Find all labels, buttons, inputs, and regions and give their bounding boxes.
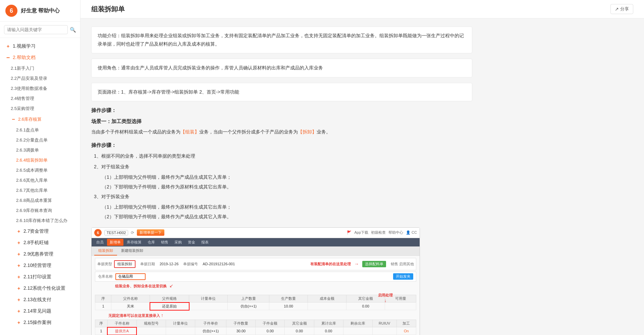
sidebar-header: 6 好生意 帮助中心 — [0, 0, 80, 22]
mock-td-1-other: 0.00 — [346, 302, 385, 310]
mock-nav-new[interactable]: 新增单 — [107, 239, 123, 246]
mock-select-btn[interactable]: 选择配料单 — [362, 261, 386, 267]
mock-th-seq: 序 — [95, 295, 111, 302]
mock-new-btn[interactable]: 新增单据一下 — [137, 229, 164, 236]
sidebar-item-other-in[interactable]: 2.6.6其他入库单 — [16, 175, 80, 185]
mock-td-1-name: 关米 — [111, 302, 150, 310]
sidebar-item-docs[interactable]: − 2.帮助文档 — [0, 52, 80, 63]
ops-steps-title: 操作步骤： — [91, 142, 472, 149]
mock-bth-seq: 序 — [95, 320, 108, 327]
mock-on-toggle[interactable]: On — [404, 329, 409, 333]
ann-switch: 组装业务、拆卸业务在这里切换 — [115, 284, 167, 288]
highlight-assemble: 【组装】 — [180, 129, 199, 134]
sidebar-item-online-pay[interactable]: + 2.13在线支付 — [11, 294, 80, 305]
mock-form-row-1: 单据类型 组装拆卸 单据日期 2019-12-26 单据编号 AD-201912… — [95, 258, 416, 270]
mock-th-plan-qty: 上产数量 — [228, 295, 269, 302]
mock-nav-sales[interactable]: 销售 — [158, 239, 171, 246]
step-2-sub-2: （2）下部明细为子件明细，最终作为原材料生成其它出库单。 — [102, 183, 472, 191]
sidebar-item-install[interactable]: 2.2产品安装及登录 — [11, 73, 80, 83]
ops-title: 操作步骤： — [91, 107, 472, 114]
sidebar-item-purchase[interactable]: 2.5采购管理 — [11, 104, 80, 114]
mock-bth-unit: 计量单位 — [166, 320, 195, 327]
mock-bth-other: 其它金额 — [285, 320, 314, 327]
table-row: 1 提供方A 仿自(×+1) 30.00 0.00 0.00 0.00 — [95, 327, 416, 335]
mock-bth-amt: 子件金额 — [256, 320, 285, 327]
mock-td-1-plan: 仿自(×+1) — [228, 302, 269, 310]
mock-nav-report[interactable]: 报表 — [199, 239, 211, 246]
sidebar-item-finance[interactable]: + 2.7资金管理 — [11, 226, 80, 237]
mock-no-value: AD-201912126-001 — [203, 262, 235, 266]
mock-td-1-unit — [189, 302, 228, 310]
mock-nav-finance[interactable]: 资金 — [185, 239, 198, 246]
mock-start-btn[interactable]: 开始发夹 — [393, 273, 413, 280]
sidebar-item-coupon[interactable]: + 2.9优惠券管理 — [11, 248, 80, 260]
mock-btd-1-out2 — [343, 327, 372, 335]
search-icon[interactable]: 🔍 — [70, 27, 76, 33]
mock-warehouse-input[interactable] — [115, 273, 146, 280]
mock-tab-new[interactable]: 新建组装拆卸 — [117, 246, 147, 256]
mock-avatar: 👤 CC — [406, 230, 417, 235]
content-area: 功能介绍：组装拆卸单用来处理企业组装或拆卸等加工业务，支持有固定装配清单的产品加… — [80, 18, 483, 335]
sidebar-item-partial-stock[interactable]: 2.6.2分量盘点单 — [16, 135, 80, 145]
sidebar-item-mobile[interactable]: + 2.8手机旺铺 — [11, 237, 80, 248]
mock-nav-purchase[interactable]: 采购 — [172, 239, 184, 246]
share-button[interactable]: ↗ 分享 — [610, 4, 633, 14]
page-title: 组装拆卸单 — [91, 5, 125, 14]
mock-bth-child-spec: 规格型号 — [137, 320, 166, 327]
search-bar: 🔍 — [0, 22, 80, 38]
mock-nav-home[interactable]: 自员 — [94, 239, 106, 246]
sidebar-item-inv-ledger[interactable]: 2.6.9库存账本查询 — [16, 206, 80, 216]
sidebar-item-ops[interactable]: + 2.10经营管理 — [11, 260, 80, 271]
main-content: 组装拆卸单 ↗ 分享 功能介绍：组装拆卸单用来处理企业组装或拆卸等加工业务，支持… — [80, 0, 644, 335]
nav-sub-items-inventory: 2.6.1盘点单 2.6.2分量盘点单 2.6.3调拨单 2.6.4组装拆卸单 … — [11, 125, 80, 226]
mock-bth-out2: 剩余出库 — [343, 320, 372, 327]
sidebar-item-other-out[interactable]: 2.6.7其他出库单 — [16, 185, 80, 196]
mock-topbar: 6 TEST-H002 ⟳ 新增单据一下 🚩 App下载 初级检查 帮助中心 👤… — [92, 228, 420, 238]
sidebar-item-cost-adj[interactable]: 2.6.5成本调整单 — [16, 165, 80, 175]
mock-bth-process: 加工 — [396, 320, 416, 327]
scene1-title: 场景一：加工类型选择 — [91, 118, 472, 125]
mock-table-area: 启用处理 ↓ 序 父件名称 父件规格 计量单位 上产数量 生产数量 — [92, 292, 420, 335]
mock-header-tabs: 组装拆卸 新建组装拆卸 — [92, 246, 420, 256]
mock-th-parent-spec: 父件规格 — [150, 295, 189, 302]
mock-btd-1-seq: 1 — [95, 327, 108, 335]
sidebar-item-sales[interactable]: 2.4销售管理 — [11, 94, 80, 104]
mock-nav-inventory[interactable]: 库存核算 — [124, 239, 144, 246]
sidebar-item-transfer[interactable]: 2.6.3调拨单 — [16, 145, 80, 155]
mock-nav-warehouse[interactable]: 仓库 — [145, 239, 158, 246]
mock-tab-assemble[interactable]: 组装拆卸 — [94, 246, 117, 256]
sidebar-item-dataprep[interactable]: 2.3使用前数据准备 — [11, 83, 80, 94]
sidebar-item-cases[interactable]: + 2.15操作案例 — [11, 317, 80, 328]
mock-btd-1-out1: 0.00 — [314, 327, 343, 335]
plus-icon-8: + — [16, 297, 21, 302]
mock-form-area: 单据类型 组装拆卸 单据日期 2019-12-26 单据编号 AD-201912… — [92, 256, 420, 292]
intro-block-3: 页面路径：1、库存核算->库存管理->组装拆卸单 2、首页->常用功能 — [91, 83, 472, 101]
step-3-sub-2: （2）下部明细为子件明细，最终作为产成品生成其它入库单。 — [102, 213, 472, 221]
plus-icon-5: + — [16, 263, 21, 268]
mock-btd-1-amt: 0.00 — [256, 327, 285, 335]
sidebar-item-assemble[interactable]: 2.6.4组装拆卸单 — [16, 155, 80, 165]
sidebar-item-inventory[interactable]: − 2.6库存核算 — [11, 114, 80, 125]
mock-btd-1-qty: 30.00 — [226, 327, 256, 335]
sidebar-item-faq[interactable]: + 2.14常见问题 — [11, 305, 80, 317]
sidebar-item-cost-recalc[interactable]: 2.6.8商品成本重算 — [16, 196, 80, 206]
mock-action-label: 销售 启用其他 — [391, 262, 414, 267]
mock-nav: 自员 新增单 库存核算 仓库 销售 采购 资金 报表 — [92, 238, 420, 246]
sidebar-item-inv-error[interactable]: 2.6.10库存账本错了怎么办 — [16, 216, 80, 226]
mock-bth-price: 子件单价 — [195, 320, 226, 327]
mock-table-bottom: 序 子件名称 规格型号 计量单位 子件单价 子件数量 子件金额 其它金额 累计出… — [95, 320, 416, 335]
sidebar-item-video[interactable]: + 1.视频学习 — [0, 41, 80, 52]
plus-icon-9: + — [16, 309, 21, 314]
sidebar-item-beginner[interactable]: 2.1新手入门 — [11, 63, 80, 73]
search-input[interactable] — [4, 25, 68, 34]
sidebar-item-stocktake[interactable]: 2.6.1盘点单 — [16, 125, 80, 135]
step-list: 1、根据不同的业务，选择不同单据的类型来处理 2、对于组装业务 （1）上部明细为… — [94, 152, 472, 221]
sidebar: 6 好生意 帮助中心 🔍 + 1.视频学习 − 2.帮助文档 2.1新手入门 2… — [0, 0, 80, 335]
sidebar-item-customize[interactable]: + 2.12系统个性化设置 — [11, 283, 80, 294]
mock-btd-1-other: 0.00 — [285, 327, 314, 335]
app-title: 好生意 帮助中心 — [21, 7, 60, 14]
mock-appdownload: App下载 — [354, 230, 368, 235]
sidebar-item-print[interactable]: + 2.11打印设置 — [11, 271, 80, 283]
mock-td-1-cost — [308, 302, 346, 310]
step-3-sub-1: （1）上部明细为父件明细，最终作为原材料生成其它出库单； — [102, 203, 472, 211]
